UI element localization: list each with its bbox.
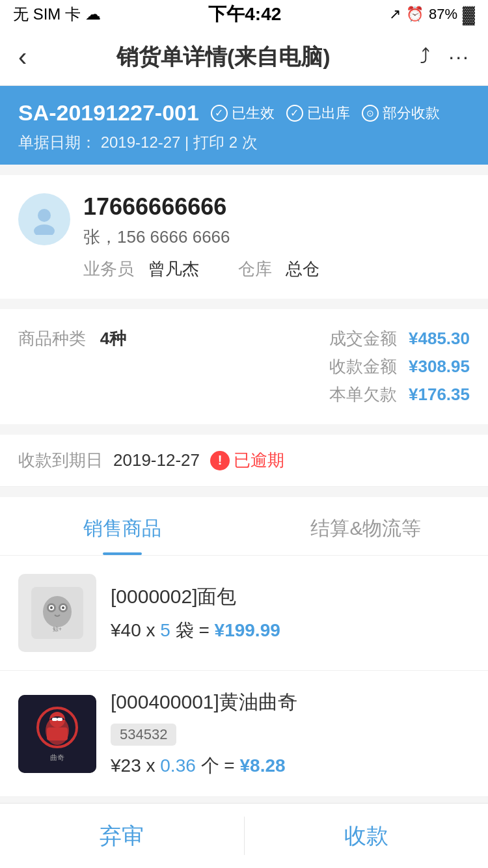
page-title: 销货单详情(来自电脑) xyxy=(116,42,331,72)
svg-rect-17 xyxy=(57,718,62,721)
avatar-icon xyxy=(29,204,60,235)
product-image-1: 鲸+ xyxy=(31,587,83,639)
product-price-1: ¥40 x 5 袋 = ¥199.99 xyxy=(111,618,470,643)
collect-payment-button[interactable]: 收款 xyxy=(245,804,489,868)
collect-payment-label: 收款 xyxy=(344,821,388,851)
alarm-icon: ⏰ xyxy=(406,6,424,23)
product-item-2: 曲奇 [000400001]黄油曲奇 534532 ¥23 x 0.36 个 =… xyxy=(0,671,488,797)
warehouse-info: 仓库 总仓 xyxy=(238,258,320,280)
badge-effective: ✓ 已生效 xyxy=(211,103,275,123)
nav-right-actions: ⤴ ··· xyxy=(420,45,470,69)
svg-point-9 xyxy=(62,606,64,609)
carrier-text: 无 SIM 卡 ☁ xyxy=(13,5,101,23)
svg-point-0 xyxy=(38,209,51,222)
salesperson-label: 业务员 xyxy=(83,259,134,278)
check-icon-2: ✓ xyxy=(286,105,303,122)
due-section: 收款到期日 2019-12-27 ! 已逾期 xyxy=(0,435,488,487)
badge-partial: ⊙ 部分收款 xyxy=(362,103,440,123)
product-thumb-1: 鲸+ xyxy=(18,574,96,652)
type-count: 4种 xyxy=(100,329,126,348)
product-name-2: [000400001]黄油曲奇 xyxy=(111,689,470,716)
check-icon-1: ✓ xyxy=(211,105,228,122)
badge-shipped: ✓ 已出库 xyxy=(286,103,350,123)
order-date-row: 单据日期： 2019-12-27 | 打印 2 次 xyxy=(18,132,470,153)
tabs-section: 销售商品 结算&物流等 xyxy=(0,497,488,556)
order-banner: SA-20191227-001 ✓ 已生效 ✓ 已出库 ⊙ 部分收款 单据日期：… xyxy=(0,86,488,165)
due-date-label: 收款到期日 xyxy=(18,449,103,472)
amount-stats: 成交金额 ¥485.30 收款金额 ¥308.95 本单欠款 ¥176.35 xyxy=(329,327,470,406)
warehouse-value: 总仓 xyxy=(286,259,319,278)
cancel-review-button[interactable]: 弃审 xyxy=(0,804,244,868)
customer-avatar xyxy=(18,193,70,245)
product-list: 鲸+ [0000002]面包 ¥40 x 5 袋 = ¥199.99 xyxy=(0,556,488,797)
badge-partial-label: 部分收款 xyxy=(383,103,440,123)
product-info-1: [0000002]面包 ¥40 x 5 袋 = ¥199.99 xyxy=(111,584,470,643)
customer-section: 17666666666 张，156 6666 6666 业务员 曾凡杰 仓库 总… xyxy=(0,175,488,299)
status-bar: 无 SIM 卡 ☁ 下午4:42 ↗ ⏰ 87% ▓ xyxy=(0,0,488,29)
date-label: 单据日期： xyxy=(18,133,96,151)
nav-bar: ‹ 销货单详情(来自电脑) ⤴ ··· xyxy=(0,29,488,86)
product-item-1: 鲸+ [0000002]面包 ¥40 x 5 袋 = ¥199.99 xyxy=(0,556,488,671)
customer-meta: 业务员 曾凡杰 仓库 总仓 xyxy=(83,258,470,280)
order-date: 2019-12-27 xyxy=(101,133,181,151)
product-total-2: ¥8.28 xyxy=(239,755,285,776)
product-image-2: 曲奇 xyxy=(18,695,96,773)
print-info: | 打印 2 次 xyxy=(185,133,258,151)
product-price-2: ¥23 x 0.36 个 = ¥8.28 xyxy=(111,753,470,778)
product-batch-2: 534532 xyxy=(111,724,176,746)
clock-icon: ⊙ xyxy=(362,105,379,122)
received-amount-row: 收款金额 ¥308.95 xyxy=(329,355,470,378)
overdue-text: 已逾期 xyxy=(234,449,284,472)
location-icon: ↗ xyxy=(389,6,401,23)
due-date-value: 2019-12-27 xyxy=(113,450,200,470)
badge-effective-label: 已生效 xyxy=(232,103,275,123)
more-icon[interactable]: ··· xyxy=(448,45,470,69)
salesperson-info: 业务员 曾凡杰 xyxy=(83,258,199,280)
status-right: ↗ ⏰ 87% ▓ xyxy=(389,5,475,25)
warehouse-label: 仓库 xyxy=(238,259,272,278)
type-label: 商品种类 xyxy=(18,329,86,348)
battery-text: 87% xyxy=(429,6,457,23)
salesperson-value: 曾凡杰 xyxy=(148,259,199,278)
product-thumb-2: 曲奇 xyxy=(18,695,96,773)
svg-text:曲奇: 曲奇 xyxy=(50,753,64,761)
tabs-row: 销售商品 结算&物流等 xyxy=(0,497,488,556)
tab-settle-label: 结算&物流等 xyxy=(310,517,421,539)
share-icon[interactable]: ⤴ xyxy=(420,45,430,69)
svg-rect-16 xyxy=(52,718,57,721)
received-value: ¥308.95 xyxy=(409,357,470,377)
overdue-badge: ! 已逾期 xyxy=(210,449,284,472)
tab-sales-products[interactable]: 销售商品 xyxy=(0,497,244,555)
badge-shipped-label: 已出库 xyxy=(307,103,350,123)
tab-sales-label: 销售商品 xyxy=(83,517,161,539)
stats-section: 商品种类 4种 成交金额 ¥485.30 收款金额 ¥308.95 本单欠款 ¥… xyxy=(0,309,488,424)
debt-label: 本单欠款 xyxy=(329,383,397,406)
product-name-1: [0000002]面包 xyxy=(111,584,470,610)
bottom-action-bar: 弃审 收款 xyxy=(0,803,488,868)
product-unit-2: 个 xyxy=(201,755,219,776)
product-unit-price-2: ¥23 xyxy=(111,755,141,776)
customer-info: 17666666666 张，156 6666 6666 业务员 曾凡杰 仓库 总… xyxy=(83,193,470,280)
svg-text:鲸+: 鲸+ xyxy=(53,626,62,632)
debt-amount-row: 本单欠款 ¥176.35 xyxy=(329,383,470,406)
svg-point-1 xyxy=(34,224,55,235)
cancel-review-label: 弃审 xyxy=(100,821,144,851)
svg-point-8 xyxy=(50,606,53,609)
status-time: 下午4:42 xyxy=(208,2,281,27)
status-left: 无 SIM 卡 ☁ xyxy=(13,4,101,25)
product-info-2: [000400001]黄油曲奇 534532 ¥23 x 0.36 个 = ¥8… xyxy=(111,689,470,778)
svg-rect-15 xyxy=(47,727,68,740)
back-button[interactable]: ‹ xyxy=(18,42,27,72)
product-unit-price-1: ¥40 xyxy=(111,620,141,640)
product-total-1: ¥199.99 xyxy=(215,620,280,640)
overdue-icon: ! xyxy=(210,451,230,470)
deal-amount-label: 成交金额 xyxy=(329,327,397,350)
debt-value: ¥176.35 xyxy=(409,385,470,405)
product-qty-2: 0.36 xyxy=(160,755,196,776)
tab-settle-logistics[interactable]: 结算&物流等 xyxy=(244,497,488,555)
customer-phone: 17666666666 xyxy=(83,193,470,221)
product-unit-1: 袋 xyxy=(176,620,194,640)
deal-amount-value: ¥485.30 xyxy=(409,329,470,349)
order-id: SA-20191227-001 xyxy=(18,100,199,126)
customer-name: 张，156 6666 6666 xyxy=(83,226,470,249)
